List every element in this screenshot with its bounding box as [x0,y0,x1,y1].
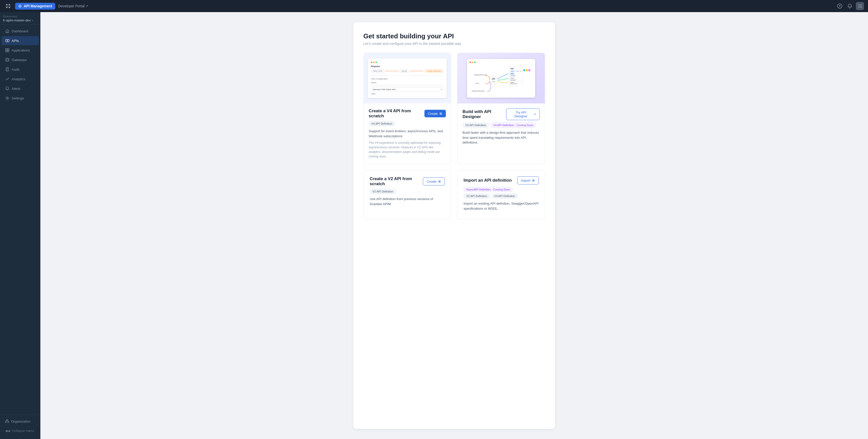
grid-menu-icon[interactable] [4,2,12,10]
designer-window: Legend [467,59,535,98]
sidebar-nav: Dashboard APIs [0,27,40,103]
sidebar-item-audit[interactable]: Audit [1,65,39,74]
env-value[interactable]: fr-apim-master-dev ▾ [3,19,37,22]
create-circle-icon: ⊕ [439,112,442,116]
svg-rect-1 [8,4,10,5]
import-tags: AsyncAPI Definition - Coming Soon V2 API… [464,187,539,198]
import-tag-1: AsyncAPI Definition - Coming Soon [464,187,513,192]
sidebar-item-organization[interactable]: Organization [1,417,39,426]
sidebar-bottom: Organization ◀◀ Collapse menu [0,414,40,435]
card-header-v4: Create a V4 API from scratch Create ⊕ [369,108,446,119]
env-name: fr-apim-master-dev [3,19,31,22]
svg-text:Type: Type [510,68,514,70]
page-container: Get started building your API Let's crea… [353,22,555,429]
gateways-label: Gateways [11,58,27,62]
dev-portal-label: Developer Portal [58,4,85,8]
alerts-icon [5,86,9,91]
svg-rect-25 [6,419,7,420]
sidebar-item-gateways[interactable]: Gateways [1,55,39,64]
v4-desc: Support for event brokers, asynchronous … [369,129,446,138]
collapse-menu-button[interactable]: ◀◀ Collapse menu [1,427,39,435]
card-body-v4: Create a V4 API from scratch Create ⊕ V4… [364,103,451,164]
sidebar: Environment fr-apim-master-dev ▾ Dashboa… [0,12,40,439]
v4-card-title: Create a V4 API from scratch [369,108,425,119]
import-card-title: Import an API definition [464,178,512,183]
external-link-icon: ↗ [533,113,536,116]
svg-text:/objectCollection: /objectCollection [471,90,485,92]
external-link-icon: ↗ [86,4,88,8]
svg-rect-13 [860,7,861,8]
card-header-import: Import an API definition Import ⊕ [464,176,539,184]
topbar-actions: ? [836,2,864,10]
card-preview-designer: Legend [458,53,545,103]
v4-create-label: Create [428,112,438,116]
sidebar-item-dashboard[interactable]: Dashboard [1,27,39,36]
designer-preview-area: Legend [461,56,541,101]
svg-rect-19 [5,51,7,52]
svg-text:/root: /root [475,82,479,84]
analytics-icon [5,77,9,81]
svg-text:123: 123 [511,71,513,72]
sidebar-item-analytics[interactable]: Analytics [1,74,39,84]
sidebar-item-applications[interactable]: Applications [1,46,39,55]
svg-point-52 [489,76,498,84]
user-avatar[interactable] [856,2,864,10]
notifications-icon[interactable] [846,2,854,10]
svg-text:boolean: boolean [510,79,516,81]
import-tag-2: V2 API Definition [464,193,490,198]
card-v4-scratch: Request Rate Limit Quota Assign Attribut… [363,53,451,164]
svg-rect-7 [860,4,861,5]
svg-rect-8 [861,4,862,5]
v4-create-button[interactable]: Create ⊕ [425,110,446,117]
org-icon [5,419,9,424]
v2-create-button[interactable]: Create ⊕ [423,177,445,185]
svg-rect-20 [7,51,9,52]
sidebar-item-settings[interactable]: Settings [1,94,39,103]
svg-text:string: string [510,77,514,79]
designer-try-button[interactable]: Try API Designer ↗ [506,108,540,120]
svg-point-32 [523,69,525,71]
card-header-designer: Build with API Designer Try API Designer… [463,108,540,120]
import-desc: Import an existing API definition, Swagg… [464,201,539,211]
svg-rect-18 [7,49,9,50]
alerts-label: Alerts [11,87,21,91]
main-content: Get started building your API Let's crea… [40,12,868,439]
env-selector[interactable]: Environment fr-apim-master-dev ▾ [0,12,40,25]
brand-button[interactable]: ⚙ API Management [15,3,55,9]
settings-label: Settings [11,96,24,100]
svg-point-33 [526,69,528,71]
svg-rect-10 [860,6,861,6]
audit-icon [5,67,9,72]
designer-desc: Build faster with a design-first approac… [463,130,540,145]
sidebar-item-alerts[interactable]: Alerts [1,84,39,93]
audit-label: Audit [11,68,20,71]
designer-diagram-svg: Legend [470,65,533,98]
v4-tag-1: V4 API Definition [369,121,395,126]
svg-rect-9 [859,6,859,6]
env-chevron-icon: ▾ [32,19,33,22]
collapse-label: Collapse menu [12,429,34,433]
v2-tag-1: V2 API Definition [370,189,396,194]
dev-portal-link[interactable]: Developer Portal ↗ [58,4,88,8]
svg-text:?: ? [839,4,840,8]
v2-create-icon: ⊕ [438,179,441,183]
sidebar-item-apis[interactable]: APIs [1,36,39,45]
topbar: ⚙ API Management Developer Portal ↗ ? [0,0,868,12]
org-label: Organization [11,419,31,424]
brand-label: API Management [24,4,52,8]
page-title: Get started building your API [363,32,545,40]
apps-icon [5,48,9,53]
svg-rect-12 [859,7,859,8]
home-icon [5,29,9,33]
main-layout: Environment fr-apim-master-dev ▾ Dashboa… [0,12,868,439]
v2-card-title: Create a V2 API from scratch [370,176,423,186]
svg-text:entry: entry [492,80,495,82]
svg-rect-17 [5,49,7,50]
designer-btn-label: Try API Designer [510,111,532,118]
import-button[interactable]: Import ⊕ [517,176,539,184]
help-icon[interactable]: ? [836,2,844,10]
svg-rect-6 [859,4,859,5]
svg-text:123: 123 [492,78,495,80]
v2-tags: V2 API Definition [370,189,445,194]
designer-tags: V2 API Definition V4 API Definition - Co… [463,123,540,128]
